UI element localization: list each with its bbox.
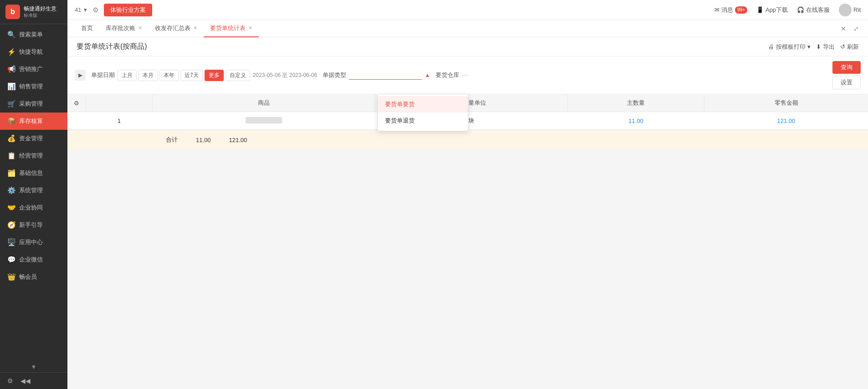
export-icon: ⬇: [816, 43, 821, 50]
sidebar-item-sales[interactable]: 📊销售管理: [0, 78, 67, 95]
template-print-button[interactable]: 🖨 按模板打印 ▾: [768, 43, 811, 51]
message-badge: 99+: [735, 6, 747, 14]
basic-icon: 🗂️: [7, 169, 15, 177]
refresh-icon: ↺: [840, 43, 845, 50]
logo-text: 畅捷通好生意 标准版: [24, 5, 56, 19]
filter-action-buttons: 查询 设置: [832, 61, 861, 89]
settings-icon[interactable]: ⚙: [7, 377, 13, 384]
message-icon: ✉: [714, 6, 719, 13]
sidebar-item-marketing[interactable]: 📢营销推广: [0, 61, 67, 78]
sidebar-item-inventory[interactable]: 📦库存核算: [0, 113, 67, 130]
footer-label: 合计: [166, 136, 178, 144]
sidebar-item-purchase[interactable]: 🛒采购管理: [0, 95, 67, 113]
type-arrow-icon[interactable]: ▲: [425, 72, 430, 78]
topbar-right: ✉ 消息 99+ 📱 App下载 🎧 在线客服 Rit: [714, 4, 861, 16]
tabbar-close-button[interactable]: ✕: [839, 24, 848, 33]
export-button[interactable]: ⬇ 导出: [816, 43, 835, 51]
topbar-company: 41 ▾: [75, 6, 87, 13]
th-product: 商品: [153, 94, 375, 112]
warehouse-more-icon[interactable]: ···: [462, 72, 468, 79]
warehouse-filter-group: 要货仓库 ···: [436, 71, 468, 79]
date-btn-more[interactable]: 更多: [205, 70, 224, 81]
app-icon: 📱: [756, 6, 764, 13]
tab-batch[interactable]: 库存批次账✕: [99, 20, 149, 37]
tabbar-expand-button[interactable]: ⤢: [852, 24, 861, 33]
guide-icon: 🧭: [7, 221, 15, 229]
sales-icon: 📊: [7, 82, 15, 91]
content-area: 要货单统计表(按商品) 🖨 按模板打印 ▾ ⬇ 导出 ↺ 刷新: [67, 37, 868, 389]
sidebar: b 畅捷通好生意 标准版 🔍搜索菜单⚡快捷导航📢营销推广📊销售管理🛒采购管理📦库…: [0, 0, 67, 389]
company-num: 41: [75, 6, 81, 13]
sidebar-bottom: ⚙ ◀◀: [0, 372, 67, 389]
date-btn-curr[interactable]: 本月: [139, 70, 158, 81]
trial-button[interactable]: 体验行业方案: [104, 4, 152, 16]
sidebar-scroll-down[interactable]: ▼: [0, 362, 67, 372]
date-range-buttons: 上月本月本年近7天更多自定义: [118, 70, 250, 81]
sidebar-item-member[interactable]: 👑畅会员: [0, 268, 67, 286]
sidebar-item-wechat[interactable]: 💬企业微信: [0, 251, 67, 268]
refresh-button[interactable]: ↺ 刷新: [840, 43, 859, 51]
dropdown-item-order[interactable]: 要货单要货: [378, 96, 468, 113]
sidebar-item-finance[interactable]: 💰资金管理: [0, 130, 67, 147]
sidebar-item-guide[interactable]: 🧭新手引导: [0, 216, 67, 234]
service-icon: 🎧: [797, 6, 804, 13]
page-title: 要货单统计表(按商品): [77, 42, 147, 51]
topbar-settings-icon[interactable]: ⚙: [92, 6, 98, 14]
tab-close-order_stat[interactable]: ✕: [248, 26, 252, 31]
page-actions: 🖨 按模板打印 ▾ ⬇ 导出 ↺ 刷新: [768, 43, 859, 51]
dropdown-item-return[interactable]: 要货单退货: [378, 113, 468, 129]
tab-home[interactable]: 首页: [75, 20, 99, 37]
th-amount: 零售金额: [704, 94, 868, 112]
logo-icon: b: [5, 5, 20, 19]
sidebar-item-search[interactable]: 🔍搜索菜单: [0, 26, 67, 43]
print-icon: 🖨: [768, 43, 774, 50]
sidebar-nav: 🔍搜索菜单⚡快捷导航📢营销推广📊销售管理🛒采购管理📦库存核算💰资金管理📋经营管理…: [0, 24, 67, 362]
date-filter-group: 单据日期 上月本月本年近7天更多自定义 2023-05-06 至 2023-06…: [91, 70, 317, 81]
search-icon: 🔍: [7, 31, 15, 39]
sidebar-item-system[interactable]: ⚙️系统管理: [0, 182, 67, 199]
date-btn-custom[interactable]: 自定义: [226, 70, 250, 81]
th-settings[interactable]: ⚙: [67, 94, 86, 112]
filter-settings-button[interactable]: 设置: [832, 76, 861, 89]
footer-amount: 121.00: [229, 137, 247, 143]
sidebar-item-app[interactable]: 🖥️应用中心: [0, 234, 67, 251]
collapse-icon[interactable]: ◀◀: [21, 377, 31, 384]
tab-close-receive[interactable]: ✕: [193, 26, 197, 31]
date-btn-week[interactable]: 近7天: [180, 70, 203, 81]
type-select-input[interactable]: [349, 71, 422, 80]
query-button[interactable]: 查询: [832, 61, 861, 74]
th-qty: 主数量: [567, 94, 704, 112]
user-menu[interactable]: Rit: [839, 4, 861, 16]
date-btn-prev[interactable]: 上月: [118, 70, 137, 81]
finance-icon: 💰: [7, 134, 15, 143]
tab-close-batch[interactable]: ✕: [138, 26, 142, 31]
system-icon: ⚙️: [7, 186, 15, 194]
chevron-down-icon[interactable]: ▾: [84, 6, 87, 13]
tabbar-actions: ✕ ⤢: [839, 24, 861, 33]
wechat-icon: 💬: [7, 256, 15, 264]
tab-order_stat[interactable]: 要货单统计表✕: [204, 20, 259, 37]
avatar: [839, 4, 852, 16]
user-name: Rit: [853, 6, 861, 13]
tab-receive[interactable]: 收发存汇总表✕: [149, 20, 204, 37]
sidebar-item-business[interactable]: 📋经营管理: [0, 147, 67, 164]
sidebar-item-shortcut[interactable]: ⚡快捷导航: [0, 43, 67, 61]
date-display: 2023-05-06 至 2023-06-06: [253, 72, 317, 79]
inventory-icon: 📦: [7, 117, 15, 125]
filter-expand-button[interactable]: ▶: [75, 70, 86, 81]
date-btn-year[interactable]: 本年: [159, 70, 179, 81]
purchase-icon: 🛒: [7, 100, 15, 108]
sidebar-logo: b 畅捷通好生意 标准版: [0, 0, 67, 24]
sidebar-item-enterprise[interactable]: 🤝企业协同: [0, 199, 67, 216]
online-service-button[interactable]: 🎧 在线客服: [797, 6, 830, 14]
type-label: 单据类型: [323, 71, 346, 79]
app-download-button[interactable]: 📱 App下载: [756, 6, 788, 14]
marketing-icon: 📢: [7, 65, 15, 73]
sidebar-item-basic[interactable]: 🗂️基础信息: [0, 164, 67, 182]
th-index: [86, 94, 153, 112]
filter-bar: ▶ 单据日期 上月本月本年近7天更多自定义 2023-05-06 至 2023-…: [67, 56, 868, 94]
print-arrow-icon: ▾: [807, 43, 811, 50]
date-label: 单据日期: [91, 71, 115, 79]
message-button[interactable]: ✉ 消息 99+: [714, 6, 747, 14]
page-header: 要货单统计表(按商品) 🖨 按模板打印 ▾ ⬇ 导出 ↺ 刷新: [67, 37, 868, 56]
